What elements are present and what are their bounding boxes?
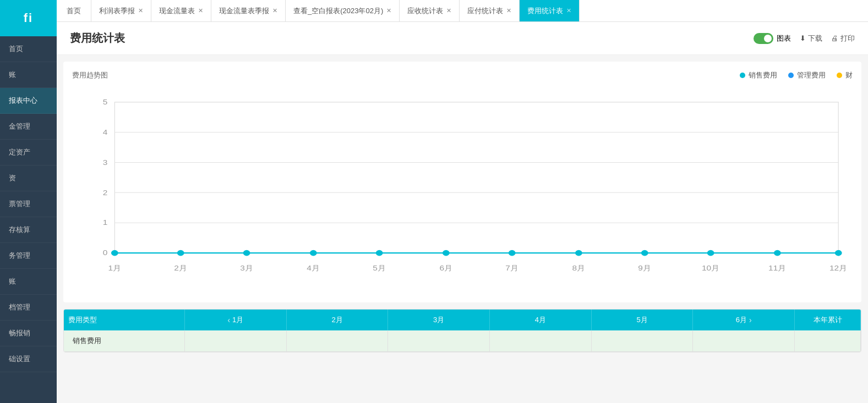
cell-apr xyxy=(490,330,592,351)
sidebar-item-investment[interactable]: 资 xyxy=(0,165,57,191)
svg-text:2: 2 xyxy=(103,189,108,196)
sidebar-item-archive-mgmt[interactable]: 档管理 xyxy=(0,295,57,321)
svg-point-35 xyxy=(774,250,781,256)
svg-text:6月: 6月 xyxy=(439,264,452,272)
svg-text:3月: 3月 xyxy=(240,264,253,272)
close-icon[interactable]: ✕ xyxy=(198,7,203,14)
close-icon[interactable]: ✕ xyxy=(138,7,143,14)
expense-table: 费用类型 ‹ 1月 2月 3月 4月 5月 6月 › 本年累计 销售费用 xyxy=(63,309,861,352)
sidebar-item-inventory[interactable]: 存核算 xyxy=(0,217,57,243)
svg-point-31 xyxy=(509,250,516,256)
close-icon[interactable]: ✕ xyxy=(446,7,451,14)
sidebar-item-base-settings[interactable]: 础设置 xyxy=(0,346,57,372)
chart-title: 费用趋势图 xyxy=(72,70,108,80)
page-title: 费用统计表 xyxy=(70,31,125,46)
next-month-arrow[interactable]: › xyxy=(749,316,752,324)
svg-text:12月: 12月 xyxy=(829,264,848,272)
cell-ytd xyxy=(795,330,861,351)
table-header-row: 费用类型 ‹ 1月 2月 3月 4月 5月 6月 › 本年累计 xyxy=(64,310,861,330)
svg-text:5月: 5月 xyxy=(373,264,386,272)
close-icon[interactable]: ✕ xyxy=(566,7,571,14)
sidebar-item-account[interactable]: 账 xyxy=(0,62,57,88)
print-button[interactable]: 🖨 打印 xyxy=(831,34,855,43)
sidebar-item-receivable[interactable]: 账 xyxy=(0,269,57,295)
svg-text:11月: 11月 xyxy=(768,264,787,272)
legend-dot-sales xyxy=(740,73,745,78)
download-button[interactable]: ⬇ 下载 xyxy=(800,34,822,43)
header-actions: 图表 ⬇ 下载 🖨 打印 xyxy=(754,33,855,44)
svg-point-25 xyxy=(111,250,118,256)
legend-dot-finance xyxy=(837,73,842,78)
sidebar-item-service-mgmt[interactable]: 务管理 xyxy=(0,243,57,269)
svg-text:4: 4 xyxy=(103,128,108,136)
svg-text:1月: 1月 xyxy=(108,264,121,272)
svg-text:1: 1 xyxy=(103,219,108,227)
legend-finance: 财 xyxy=(837,70,853,80)
tab-cashflow[interactable]: 现金流量表 ✕ xyxy=(151,0,211,21)
svg-text:7月: 7月 xyxy=(505,264,518,272)
page-content: 费用统计表 图表 ⬇ 下载 🖨 打印 费用趋势图 xyxy=(57,22,868,403)
col-header-type: 费用类型 xyxy=(64,310,185,330)
cell-type: 销售费用 xyxy=(64,330,185,351)
tab-cashflow-quarter[interactable]: 现金流量表季报 ✕ xyxy=(211,0,286,21)
print-icon: 🖨 xyxy=(831,34,838,42)
svg-point-34 xyxy=(707,250,714,256)
col-header-may: 5月 xyxy=(592,310,694,330)
close-icon[interactable]: ✕ xyxy=(386,7,391,14)
sidebar-item-home[interactable]: 首页 xyxy=(0,36,57,62)
col-header-mar: 3月 xyxy=(388,310,490,330)
close-icon[interactable]: ✕ xyxy=(506,7,511,14)
svg-point-27 xyxy=(243,250,250,256)
legend-dot-admin xyxy=(788,73,794,78)
col-header-feb: 2月 xyxy=(287,310,389,330)
tab-bar: 首页 利润表季报 ✕ 现金流量表 ✕ 现金流量表季报 ✕ 查看_空白报表(202… xyxy=(57,0,868,22)
cell-jan xyxy=(185,330,287,351)
tab-blank-report[interactable]: 查看_空白报表(2023年02月) ✕ xyxy=(286,0,400,21)
svg-text:9月: 9月 xyxy=(638,264,651,272)
svg-text:0: 0 xyxy=(103,249,108,257)
chart-toggle[interactable] xyxy=(754,33,773,44)
cell-may xyxy=(592,330,694,351)
svg-point-26 xyxy=(177,250,184,256)
tab-home[interactable]: 首页 xyxy=(57,0,91,21)
tab-payable-stats[interactable]: 应付统计表 ✕ xyxy=(460,0,520,21)
svg-point-33 xyxy=(641,250,648,256)
prev-month-arrow[interactable]: ‹ xyxy=(227,316,230,324)
legend-label-admin: 管理费用 xyxy=(797,70,826,80)
sidebar-item-fund-mgmt[interactable]: 金管理 xyxy=(0,114,57,140)
cell-mar xyxy=(388,330,490,351)
col-header-apr: 4月 xyxy=(490,310,592,330)
sidebar-item-fixed-assets[interactable]: 定资产 xyxy=(0,140,57,165)
svg-text:5: 5 xyxy=(103,98,108,106)
svg-point-28 xyxy=(310,250,317,256)
svg-text:8月: 8月 xyxy=(572,264,585,272)
legend-label-finance: 财 xyxy=(845,70,853,80)
close-icon[interactable]: ✕ xyxy=(272,7,277,14)
svg-point-30 xyxy=(443,250,450,256)
chart-container: 5 4 3 2 1 0 xyxy=(72,85,853,294)
svg-text:10月: 10月 xyxy=(702,264,720,272)
legend-label-sales: 销售费用 xyxy=(749,70,777,80)
tab-profit-quarter[interactable]: 利润表季报 ✕ xyxy=(91,0,151,21)
sidebar-item-report-center[interactable]: 报表中心 xyxy=(0,88,57,114)
svg-rect-12 xyxy=(114,102,838,253)
chart-toggle-wrap[interactable]: 图表 xyxy=(754,33,791,44)
toggle-label: 图表 xyxy=(777,34,791,43)
tab-receivable-stats[interactable]: 应收统计表 ✕ xyxy=(400,0,460,21)
cell-feb xyxy=(287,330,389,351)
legend-sales: 销售费用 xyxy=(740,70,777,80)
tab-expense-stats[interactable]: 费用统计表 ✕ xyxy=(520,0,580,21)
svg-point-36 xyxy=(835,250,842,256)
chart-section: 费用趋势图 销售费用 管理费用 财 xyxy=(63,62,861,302)
main-area: 首页 利润表季报 ✕ 现金流量表 ✕ 现金流量表季报 ✕ 查看_空白报表(202… xyxy=(57,0,868,403)
download-icon: ⬇ xyxy=(800,34,806,42)
sidebar-item-invoice-mgmt[interactable]: 票管理 xyxy=(0,191,57,217)
trend-chart: 5 4 3 2 1 0 xyxy=(72,85,853,294)
svg-point-29 xyxy=(376,250,383,256)
sidebar-item-expense-report[interactable]: 畅报销 xyxy=(0,321,57,346)
col-header-jun: 6月 › xyxy=(693,310,795,330)
chart-legend: 销售费用 管理费用 财 xyxy=(740,70,853,80)
svg-point-32 xyxy=(575,250,582,256)
app-logo: fi xyxy=(0,0,57,36)
cell-jun xyxy=(693,330,795,351)
